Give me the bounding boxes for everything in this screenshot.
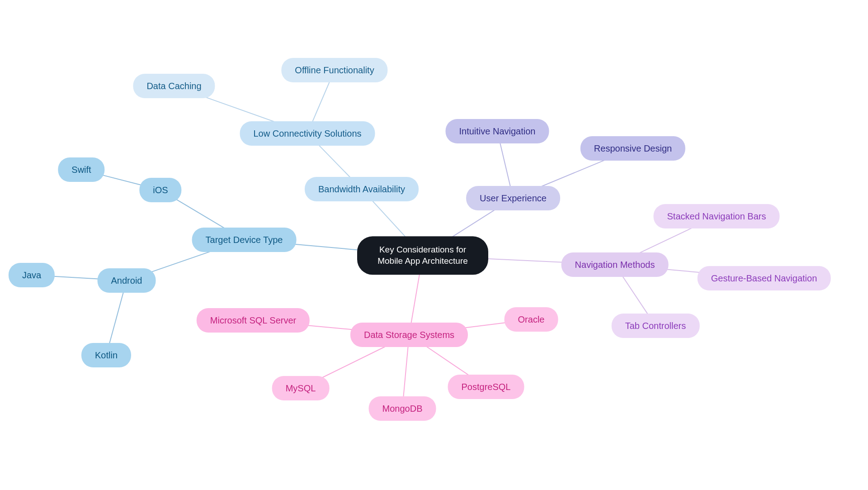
- edge: [403, 346, 408, 397]
- data-storage-systems[interactable]: Data Storage Systems: [350, 323, 468, 347]
- edge: [101, 175, 142, 185]
- target-device-type[interactable]: Target Device Type: [192, 228, 297, 252]
- edge: [637, 227, 694, 254]
- ios[interactable]: iOS: [139, 178, 181, 202]
- root-node[interactable]: Key Considerations for Mobile App Archit…: [357, 236, 488, 275]
- responsive-design[interactable]: Responsive Design: [580, 136, 685, 161]
- edge: [148, 249, 217, 273]
- edge: [486, 259, 563, 262]
- postgresql[interactable]: PostgreSQL: [448, 375, 524, 399]
- edge: [312, 81, 330, 122]
- android[interactable]: Android: [98, 268, 156, 293]
- swift[interactable]: Swift: [58, 157, 104, 182]
- data-caching[interactable]: Data Caching: [133, 74, 215, 98]
- kotlin[interactable]: Kotlin: [81, 343, 131, 367]
- edge: [449, 209, 496, 239]
- stacked-navigation-bars[interactable]: Stacked Navigation Bars: [653, 204, 779, 228]
- mongodb[interactable]: MongoDB: [369, 396, 436, 421]
- edge: [425, 346, 471, 376]
- intuitive-navigation[interactable]: Intuitive Navigation: [446, 119, 549, 143]
- edge: [372, 200, 406, 238]
- edge: [292, 244, 361, 250]
- edge: [537, 158, 609, 188]
- offline-functionality[interactable]: Offline Functionality: [281, 58, 387, 82]
- oracle[interactable]: Oracle: [505, 307, 558, 332]
- low-connectivity-solutions[interactable]: Low Connectivity Solutions: [240, 121, 375, 146]
- user-experience[interactable]: User Experience: [466, 186, 560, 210]
- edge: [54, 276, 99, 279]
- edge: [109, 292, 123, 344]
- mysql[interactable]: MySQL: [272, 376, 330, 400]
- microsoft-sql-server[interactable]: Microsoft SQL Server: [197, 308, 310, 333]
- edge: [175, 198, 226, 229]
- edge: [622, 276, 648, 315]
- java[interactable]: Java: [9, 263, 55, 287]
- navigation-methods[interactable]: Navigation Methods: [561, 252, 669, 277]
- mindmap-canvas: Key Considerations for Mobile App Archit…: [0, 0, 868, 490]
- gesture-based-navigation[interactable]: Gesture-Based Navigation: [698, 266, 831, 290]
- edge: [304, 325, 357, 330]
- edge: [318, 145, 351, 178]
- edge: [411, 274, 420, 323]
- edge: [199, 95, 279, 124]
- tab-controllers[interactable]: Tab Controllers: [612, 314, 700, 338]
- edge: [318, 345, 388, 380]
- bandwidth-availability[interactable]: Bandwidth Availability: [305, 177, 419, 201]
- edge: [500, 143, 510, 187]
